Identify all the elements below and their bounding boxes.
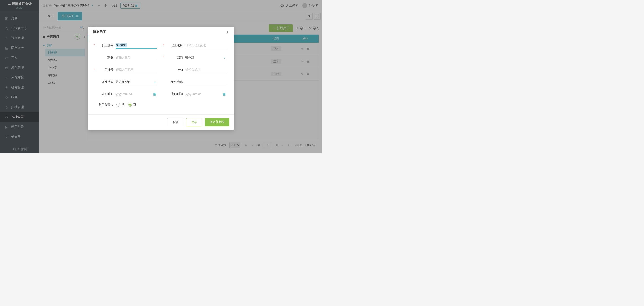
title-field[interactable] xyxy=(116,54,156,61)
hire-date-input[interactable] xyxy=(116,91,156,96)
modal-overlay: 新增员工 ✕ 员工编码 000006 员工名称 xyxy=(0,0,322,153)
phone-field[interactable] xyxy=(116,66,156,73)
label-emp-code: 员工编码 xyxy=(96,44,113,48)
chevron-down-icon: ⌄ xyxy=(154,80,156,83)
id-no-input[interactable] xyxy=(185,79,226,84)
email-field[interactable] xyxy=(185,66,226,73)
save-and-new-button[interactable]: 保存并新增 xyxy=(205,118,229,126)
title-input[interactable] xyxy=(116,55,156,60)
dept-select[interactable]: 财务部 ⌄ xyxy=(185,54,226,61)
label-id-type: 证件类型 xyxy=(96,80,113,84)
calendar-icon[interactable]: ▦ xyxy=(153,92,156,96)
emp-name-field[interactable] xyxy=(185,42,226,49)
chevron-down-icon: ⌄ xyxy=(224,56,226,59)
modal-title: 新增员工 xyxy=(93,30,106,34)
save-button[interactable]: 保存 xyxy=(186,118,202,126)
label-emp-name: 员工名称 xyxy=(166,44,183,48)
close-icon[interactable]: ✕ xyxy=(226,30,229,35)
cancel-button[interactable]: 取消 xyxy=(167,118,184,126)
new-employee-modal: 新增员工 ✕ 员工编码 000006 员工名称 xyxy=(88,27,234,130)
label-dept: 部门 xyxy=(166,56,183,60)
email-input[interactable] xyxy=(185,67,226,72)
radio-no[interactable]: 否 xyxy=(128,103,136,107)
label-dept-leader: 部门负责人 xyxy=(96,103,113,107)
hire-date-field[interactable]: ▦ xyxy=(116,91,156,97)
radio-icon xyxy=(116,103,120,107)
label-phone: 手机号 xyxy=(96,68,113,72)
phone-input[interactable] xyxy=(116,67,156,72)
emp-code-field[interactable]: 000006 xyxy=(116,42,156,49)
emp-name-input[interactable] xyxy=(185,43,226,48)
label-id-no: 证件号码 xyxy=(166,80,183,84)
label-leave-date: 离职时间 xyxy=(166,92,183,96)
label-title: 职务 xyxy=(96,56,113,60)
dept-value: 财务部 xyxy=(185,56,194,60)
radio-yes[interactable]: 是 xyxy=(116,103,124,107)
label-email: Email xyxy=(166,68,183,72)
emp-code-value: 000006 xyxy=(116,43,127,47)
id-no-field[interactable] xyxy=(185,79,226,85)
radio-icon xyxy=(128,103,132,107)
leave-date-input[interactable] xyxy=(185,91,226,96)
calendar-icon[interactable]: ▦ xyxy=(223,92,226,96)
id-type-value: 居民身份证 xyxy=(116,80,130,84)
id-type-select[interactable]: 居民身份证 ⌄ xyxy=(116,79,156,85)
leave-date-field[interactable]: ▦ xyxy=(185,91,226,97)
label-hire-date: 入职时间 xyxy=(96,92,113,96)
